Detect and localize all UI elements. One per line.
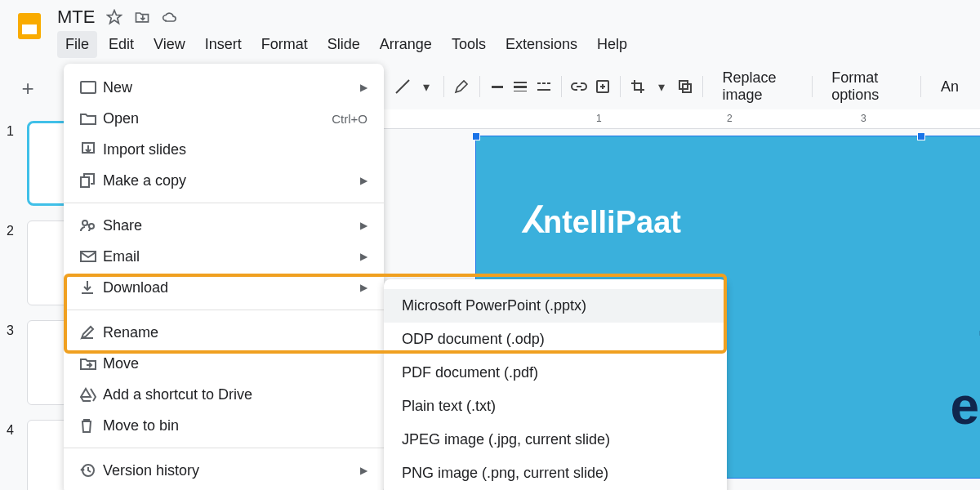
move-folder-icon[interactable] [134,9,150,25]
move-icon [80,354,103,372]
download-txt[interactable]: Plain text (.txt) [384,390,727,423]
menu-share[interactable]: Share ▶ [64,210,384,241]
cloud-status-icon[interactable] [162,9,178,25]
svg-point-19 [82,220,87,225]
menu-move-to-bin[interactable]: Move to bin [64,410,384,441]
svg-line-2 [396,80,409,93]
download-odp[interactable]: ODP document (.odp) [384,323,727,356]
file-menu-dropdown: New ▶ Open Ctrl+O Import slides Make a c… [64,64,384,490]
menu-view[interactable]: View [145,31,194,58]
border-weight-icon[interactable] [511,74,530,100]
menu-email[interactable]: Email ▶ [64,241,384,272]
menu-make-copy[interactable]: Make a copy ▶ [64,165,384,196]
comment-icon[interactable] [594,74,612,100]
animation-button[interactable]: An [929,78,970,96]
svg-rect-8 [542,82,546,84]
menu-tools[interactable]: Tools [443,31,494,58]
menu-file[interactable]: File [57,31,97,58]
history-icon [80,461,103,479]
slide-title-text: t Roles in e Learning [741,308,980,439]
svg-rect-6 [514,91,527,91]
svg-rect-18 [81,177,89,187]
slide-logo-text: ⵃntelliPaat [522,198,681,240]
border-dash-icon[interactable] [535,74,554,100]
ruler: 1 2 3 [384,109,980,129]
svg-rect-3 [492,86,503,88]
svg-rect-10 [537,89,550,91]
app-logo[interactable] [13,10,46,42]
submenu-arrow-icon: ▶ [360,220,368,231]
submenu-arrow-icon: ▶ [360,465,368,476]
menu-arrange[interactable]: Arrange [372,31,440,58]
share-icon [80,216,103,234]
menu-insert[interactable]: Insert [197,31,250,58]
resize-handle[interactable] [472,132,480,140]
submenu-arrow-icon: ▶ [360,175,368,186]
svg-rect-5 [514,86,527,88]
menu-extensions[interactable]: Extensions [497,31,586,58]
border-color-icon[interactable] [488,74,506,100]
download-jpeg[interactable]: JPEG image (.jpg, current slide) [384,423,727,457]
import-icon [80,140,103,158]
resize-handle[interactable] [917,132,925,140]
edit-icon[interactable] [452,74,471,100]
thumb-number: 2 [7,220,20,238]
svg-rect-7 [537,82,541,84]
mask-icon[interactable] [675,74,694,100]
new-icon [80,78,103,96]
svg-rect-1 [22,24,37,34]
dropdown-arrow-icon[interactable]: ▾ [653,74,671,100]
menu-format[interactable]: Format [253,31,316,58]
menu-help[interactable]: Help [589,31,635,58]
link-icon[interactable] [570,74,589,100]
menu-version-history[interactable]: Version history ▶ [64,455,384,486]
email-icon [80,247,103,265]
crop-icon[interactable] [629,74,648,100]
submenu-arrow-icon: ▶ [360,82,368,93]
drive-shortcut-icon [80,385,103,403]
menu-rename[interactable]: Rename [64,317,384,348]
trash-icon [80,416,103,434]
copy-icon [80,172,103,189]
menu-edit[interactable]: Edit [100,31,142,58]
rename-icon [80,323,103,341]
line-tool-icon[interactable] [394,74,412,100]
star-icon[interactable] [106,9,122,25]
svg-rect-9 [547,82,550,84]
download-icon [80,278,103,296]
menu-download[interactable]: Download ▶ [64,272,384,303]
thumb-number: 4 [7,420,20,438]
svg-rect-4 [514,82,527,83]
replace-image-button[interactable]: Replace image [711,69,804,104]
thumb-number: 3 [7,320,20,338]
menu-add-shortcut[interactable]: Add a shortcut to Drive [64,379,384,410]
svg-rect-16 [81,82,96,93]
toolbar: ▾ ▾ Replace image Format options An [384,64,980,109]
submenu-arrow-icon: ▶ [360,251,368,262]
menu-move[interactable]: Move [64,348,384,379]
menu-new[interactable]: New ▶ [64,72,384,103]
download-submenu: Microsoft PowerPoint (.pptx) ODP documen… [384,279,727,490]
submenu-arrow-icon: ▶ [360,282,368,293]
dropdown-arrow-icon[interactable]: ▾ [417,74,436,100]
menu-open[interactable]: Open Ctrl+O [64,103,384,134]
folder-icon [80,109,103,127]
download-pptx[interactable]: Microsoft PowerPoint (.pptx) [384,289,727,323]
format-options-button[interactable]: Format options [820,69,912,104]
download-pdf[interactable]: PDF document (.pdf) [384,356,727,390]
doc-title[interactable]: MTE [57,7,95,28]
menubar: File Edit View Insert Format Slide Arran… [57,31,967,58]
download-png[interactable]: PNG image (.png, current slide) [384,457,727,490]
thumb-number: 1 [7,121,20,139]
menu-slide[interactable]: Slide [319,31,368,58]
add-slide-button[interactable]: + [15,75,41,101]
menu-import-slides[interactable]: Import slides [64,134,384,165]
